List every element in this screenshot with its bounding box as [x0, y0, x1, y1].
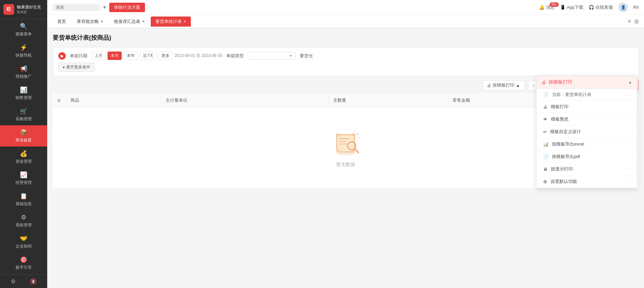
- dropdown-close-icon[interactable]: ▲: [628, 80, 632, 85]
- filter-bar: ▶ 单据日期 上月 本月 本年 近7天 更多 2023-06-01 至 2023…: [53, 47, 639, 76]
- tab-order-stats[interactable]: 要货单统计表 ×: [151, 17, 191, 27]
- dropdown-item-set-default[interactable]: ⚙ 设置默认功能 ›: [536, 175, 637, 188]
- sidebar-item-operation[interactable]: 📈 经营管理: [0, 168, 47, 189]
- print-arrow-icon: ▲: [516, 83, 520, 88]
- dropdown-item-print[interactable]: 🖨 模板打印: [536, 101, 637, 113]
- dropdown-item-display-print[interactable]: 🖥 按显示打印 ›: [536, 163, 637, 175]
- dropdown-item-preview[interactable]: 👁 模板预览: [536, 113, 637, 126]
- mobile-icon: 📱: [560, 5, 565, 10]
- sidebar-item-sales[interactable]: 📊 销售管理: [0, 83, 47, 104]
- svg-rect-2: [338, 135, 354, 151]
- mute-icon[interactable]: 🔇: [30, 278, 37, 285]
- dropdown-excel-icon: 📊: [543, 142, 549, 147]
- display-print-arrow-icon: ›: [629, 167, 630, 171]
- topbar: ▾ 体验行业方案 🔔 消息 99+ 📱 App下载 🎧 在线客服 👤 Rit: [47, 0, 644, 15]
- table-header-settings[interactable]: ⚙: [53, 94, 66, 107]
- sidebar-item-label-finance: 资金管理: [16, 159, 32, 164]
- message-button[interactable]: 🔔 消息 99+: [539, 4, 555, 10]
- dropdown-title: 🖨 按模板打印: [541, 79, 572, 85]
- filter-expand-icon-button[interactable]: ▶: [58, 52, 66, 60]
- table-header-qty: 主数量: [329, 94, 448, 107]
- close-all-tabs-button[interactable]: ✕: [627, 18, 632, 25]
- sidebar-item-basic[interactable]: 📋 基础信息: [0, 189, 47, 210]
- date-filter: 上月 本月 本年 近7天 更多 2023-06-01 至 2023-06-30: [91, 52, 222, 60]
- sidebar-item-quicknav[interactable]: ⚡ 快捷导航: [0, 40, 47, 62]
- sidebar-item-finance[interactable]: 💰 资金管理: [0, 147, 47, 168]
- svg-point-8: [356, 133, 358, 135]
- tab-batch[interactable]: 库存批次账 ×: [72, 17, 108, 27]
- basic-icon: 📋: [20, 192, 27, 200]
- type-filter-arrow: ▾: [290, 54, 292, 58]
- headphone-icon: 🎧: [589, 5, 594, 10]
- service-button[interactable]: 🎧 在线客服: [589, 4, 613, 10]
- table-settings-icon[interactable]: ⚙: [57, 98, 61, 103]
- sidebar-item-label-marketing: 营销推广: [16, 74, 32, 79]
- sidebar-item-label-purchase: 采购管理: [16, 116, 32, 122]
- sidebar-nav: 🔍 搜索菜单 ⚡ 快捷导航 📢 营销推广 📊 销售管理 🛒 采购管理 📦 库存核…: [0, 19, 47, 275]
- main-area: ▾ 体验行业方案 🔔 消息 99+ 📱 App下载 🎧 在线客服 👤 Rit 首…: [47, 0, 644, 288]
- expand-tabs-button[interactable]: ⊞: [634, 18, 639, 25]
- sidebar-bottom: ⚙ 🔇: [0, 275, 47, 288]
- logo-sub: 标准版: [17, 10, 41, 14]
- dropdown-header: 🖨 按模板打印 ▲: [536, 76, 637, 89]
- gear-icon[interactable]: ▾: [103, 4, 106, 10]
- purchase-icon: 🛒: [20, 107, 27, 115]
- sidebar-item-inventory[interactable]: 📦 库存核算: [0, 125, 47, 147]
- sidebar-item-guide[interactable]: 🎯 新手引导: [0, 253, 47, 274]
- print-icon: 🖨: [487, 83, 491, 88]
- inventory-icon: 📦: [20, 129, 27, 136]
- logo: 旺 畅康通好生意 标准版: [0, 0, 47, 19]
- sidebar-item-search[interactable]: 🔍 搜索菜单: [0, 19, 47, 40]
- tab-home[interactable]: 首页: [53, 17, 71, 27]
- current-indicator-icon: 📄: [543, 92, 549, 97]
- message-badge: 99+: [550, 2, 559, 7]
- date-btn-more[interactable]: 更多: [158, 52, 173, 60]
- sidebar: 旺 畅康通好生意 标准版 🔍 搜索菜单 ⚡ 快捷导航 📢 营销推广 📊 销售管理…: [0, 0, 47, 288]
- sidebar-item-label-collab: 企业协同: [16, 244, 32, 249]
- dropdown-display-icon: 🖥: [543, 167, 548, 172]
- tab-summary[interactable]: 收发存汇总表 ×: [109, 17, 149, 27]
- finance-icon: 💰: [20, 150, 27, 157]
- dropdown-print-icon: 🖨: [541, 79, 546, 85]
- dropdown-item-excel[interactable]: 📊 按模板导出excel: [536, 138, 637, 151]
- expand-more-button[interactable]: ▾ 展开更多条件: [58, 63, 95, 72]
- svg-rect-4: [339, 141, 346, 142]
- trial-button[interactable]: 体验行业方案: [109, 3, 145, 12]
- sidebar-item-marketing[interactable]: 📢 营销推广: [0, 62, 47, 83]
- date-btn-this-month[interactable]: 本月: [108, 52, 122, 60]
- svg-line-7: [355, 149, 358, 153]
- date-btn-7days[interactable]: 近7天: [140, 52, 156, 60]
- tab-close-summary[interactable]: ×: [142, 19, 145, 24]
- date-btn-last-month[interactable]: 上月: [91, 52, 106, 60]
- search-input[interactable]: [53, 4, 100, 11]
- system-icon: ⚙: [21, 214, 26, 221]
- type-filter-select[interactable]: ▾: [248, 52, 296, 60]
- sidebar-item-label-quicknav: 快捷导航: [16, 53, 32, 58]
- tabbar-actions: ✕ ⊞: [627, 18, 639, 25]
- sidebar-item-purchase[interactable]: 🛒 采购管理: [0, 104, 47, 125]
- dropdown-setdefault-icon: ⚙: [543, 179, 547, 184]
- empty-text: 暂无数据: [336, 162, 355, 168]
- dropdown-current-item[interactable]: 📄 当前：要货单统计表 ›: [536, 89, 637, 101]
- dropdown-item-design[interactable]: ✏ 模板自定义设计: [536, 126, 637, 138]
- dropdown-design-icon: ✏: [543, 129, 547, 134]
- tab-close-order[interactable]: ×: [184, 19, 186, 24]
- svg-rect-5: [339, 143, 348, 145]
- avatar[interactable]: 👤: [618, 3, 628, 12]
- filter-row: ▶ 单据日期 上月 本月 本年 近7天 更多 2023-06-01 至 2023…: [58, 52, 633, 60]
- dropdown-item-pdf[interactable]: 📄 按模板导出pdf: [536, 151, 637, 163]
- export-icon: ↑: [532, 83, 535, 88]
- bell-icon: 🔔: [539, 5, 545, 10]
- content-area: 要货单统计表(按商品) ▶ 单据日期 上月 本月 本年 近7天 更多 2023-…: [47, 28, 644, 288]
- settings-bottom-icon[interactable]: ⚙: [11, 278, 16, 285]
- tab-close-batch[interactable]: ×: [101, 19, 103, 24]
- sidebar-item-system[interactable]: ⚙ 系统管理: [0, 210, 47, 231]
- date-btn-this-year[interactable]: 本年: [124, 52, 138, 60]
- sidebar-item-collab[interactable]: 🤝 企业协同: [0, 231, 47, 253]
- app-download-button[interactable]: 📱 App下载: [560, 4, 583, 10]
- sidebar-item-label-inventory: 库存核算: [16, 137, 32, 143]
- username[interactable]: Rit: [633, 5, 639, 10]
- print-template-button[interactable]: 🖨 按模板打印 ▲: [482, 80, 525, 90]
- operation-icon: 📈: [20, 171, 27, 179]
- marketing-icon: 📢: [20, 65, 27, 72]
